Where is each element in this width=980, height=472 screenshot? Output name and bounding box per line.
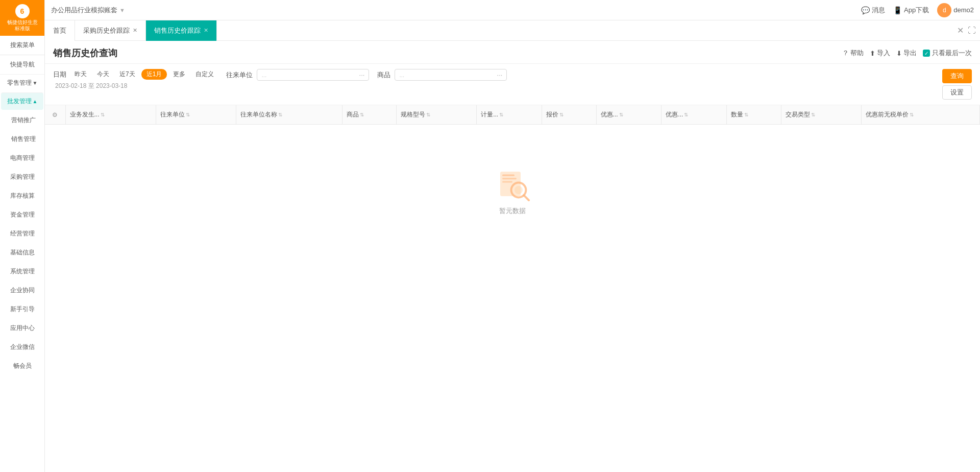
tab-home-label: 首页 [53,26,66,35]
tab-actions: ✕ ⛶ [957,26,980,35]
sidebar-item-label: 企业微信 [2,343,42,351]
sidebar-item-system-mgmt[interactable]: 系统管理 [0,262,44,281]
th-quote-label: 报价 [546,110,558,119]
date-btn-more[interactable]: 更多 [169,69,189,80]
sidebar-item-label: 搜索菜单 [2,41,42,50]
topbar-right: 💬 消息 📱 App下载 d demo2 [861,3,974,17]
date-btn-today[interactable]: 今天 [93,69,113,80]
th-trade-type[interactable]: 交易类型 ⇅ [781,105,861,125]
th-quantity-label: 数量 [731,110,743,119]
user-menu[interactable]: d demo2 [937,3,974,17]
search-button[interactable]: 查询 [942,69,972,83]
sidebar-item-label: 基础信息 [2,248,42,257]
date-btn-1month[interactable]: 近1月 [141,69,167,80]
export-label: 导出 [903,49,917,58]
only-last-checkbox[interactable]: 只看最后一次 [923,49,972,58]
tab-bar: 首页 采购历史价跟踪 ✕ 销售历史价跟踪 ✕ ✕ ⛶ [45,20,980,41]
date-btn-custom[interactable]: 自定义 [191,69,218,80]
export-icon: ⬇ [896,50,902,57]
close-tab-button[interactable]: ✕ [957,26,964,35]
partner-input-icon: ··· [359,71,365,79]
table-container: ⚙ 业务发生... ⇅ 往来单位 [45,105,980,256]
th-quote[interactable]: 报价 ⇅ [542,105,596,125]
sidebar-item-operations-mgmt[interactable]: 经营管理 [0,224,44,243]
th-settings[interactable]: ⚙ [45,105,65,125]
date-buttons: 昨天 今天 近7天 近1月 更多 自定义 [70,69,218,80]
tab-home[interactable]: 首页 [45,20,75,41]
sidebar-item-new-guide[interactable]: 新手引导 [0,300,44,319]
sidebar-item-search-menu[interactable]: 搜索菜单 [0,36,44,55]
app-download-label: App下载 [904,6,929,15]
sidebar-item-ecommerce-mgmt[interactable]: 电商管理 [0,149,44,168]
date-btn-yesterday[interactable]: 昨天 [70,69,91,80]
th-spec-label: 规格型号 [401,110,425,119]
sort-icon: ⇅ [360,112,364,117]
date-btn-7days[interactable]: 近7天 [115,69,139,80]
export-button[interactable]: ⬇ 导出 [896,49,917,58]
th-partner-code[interactable]: 往来单位 ⇅ [156,105,236,125]
svg-point-6 [514,186,523,194]
product-input[interactable]: ... ··· [395,69,507,81]
mobile-icon: 📱 [893,6,902,14]
app-name: 畅捷信好生意 [7,19,38,26]
sidebar-item-basic-info[interactable]: 基础信息 [0,243,44,262]
gear-icon[interactable]: ⚙ [52,111,58,119]
th-discount2-label: 优惠... [666,110,683,119]
app-logo[interactable]: 6 畅捷信好生意 标准版 [0,0,44,36]
fullscreen-button[interactable]: ⛶ [968,26,976,35]
sort-icon: ⇅ [684,112,688,117]
sidebar-item-vip-member[interactable]: 畅会员 [0,357,44,375]
th-partner-name[interactable]: 往来单位名称 ⇅ [236,105,342,125]
app-download-button[interactable]: 📱 App下载 [893,6,929,15]
tab-purchase-history[interactable]: 采购历史价跟踪 ✕ [75,20,146,41]
th-product[interactable]: 商品 ⇅ [342,105,397,125]
chevron-up-icon: ▲ [33,99,38,104]
chevron-down-icon: ▼ [119,7,125,13]
product-placeholder: ... [399,72,404,79]
settings-button[interactable]: 设置 [942,85,972,100]
close-icon[interactable]: ✕ [204,27,208,34]
sidebar-item-sales-mgmt[interactable]: 销售管理 [0,130,44,149]
sidebar-item-inventory[interactable]: 库存核算 [0,186,44,205]
th-spec[interactable]: 规格型号 ⇅ [397,105,477,125]
sidebar-item-wholesale-mgmt[interactable]: 批发管理 ▲ [1,92,43,110]
message-button[interactable]: 💬 消息 [861,6,885,15]
date-range-text: 2023-02-18 至 2023-03-18 [55,82,218,90]
sort-icon: ⇅ [619,112,623,117]
import-button[interactable]: ⬆ 导入 [870,49,890,58]
import-label: 导入 [877,49,890,58]
chevron-down-icon: ▼ [33,80,38,86]
close-icon[interactable]: ✕ [133,27,137,34]
date-filter-label: 日期 [53,70,66,79]
th-trade-type-label: 交易类型 [786,110,810,119]
sort-icon: ⇅ [744,112,748,117]
sidebar-item-label: 销售管理 [4,135,42,144]
sidebar-item-enterprise-wechat[interactable]: 企业微信 [0,338,44,357]
sidebar-item-enterprise-collab[interactable]: 企业协同 [0,281,44,300]
sort-icon: ⇅ [426,112,430,117]
th-discount1[interactable]: 优惠... ⇅ [596,105,662,125]
th-biz-date[interactable]: 业务发生... ⇅ [65,105,156,125]
sidebar-item-retail-mgmt[interactable]: 零售管理 ▼ [0,74,44,91]
username: demo2 [953,6,974,14]
th-quantity[interactable]: 数量 ⇅ [726,105,781,125]
sidebar-item-label: 采购管理 [2,173,42,181]
th-discount2[interactable]: 优惠... ⇅ [662,105,727,125]
sidebar-item-purchase-mgmt[interactable]: 采购管理 [0,168,44,186]
tab-sales-history[interactable]: 销售历史价跟踪 ✕ [146,20,217,41]
svg-line-5 [524,195,529,200]
sidebar-item-marketing[interactable]: 营销推广 [0,111,44,130]
sidebar-item-label: 批发管理 [7,97,32,106]
sidebar-item-finance-mgmt[interactable]: 资金管理 [0,205,44,224]
company-dropdown[interactable]: 办公用品行业模拟账套 ▼ [51,6,125,15]
th-unit[interactable]: 计量... ⇅ [477,105,542,125]
th-pre-tax-price[interactable]: 优惠前无税单价 ⇅ [861,105,979,125]
sidebar-item-app-center[interactable]: 应用中心 [0,319,44,338]
filter-area: 日期 昨天 今天 近7天 近1月 更多 自定义 2023-02-18 至 202… [45,64,980,105]
sidebar-item-quick-nav[interactable]: 快捷导航 [0,55,44,74]
partner-filter-label: 往来单位 [226,70,253,80]
help-button[interactable]: ？ 帮助 [842,49,864,58]
tab-purchase-history-label: 采购历史价跟踪 [83,26,130,35]
empty-state: 暂元数据 [45,125,980,256]
partner-input[interactable]: ... ··· [257,69,369,81]
